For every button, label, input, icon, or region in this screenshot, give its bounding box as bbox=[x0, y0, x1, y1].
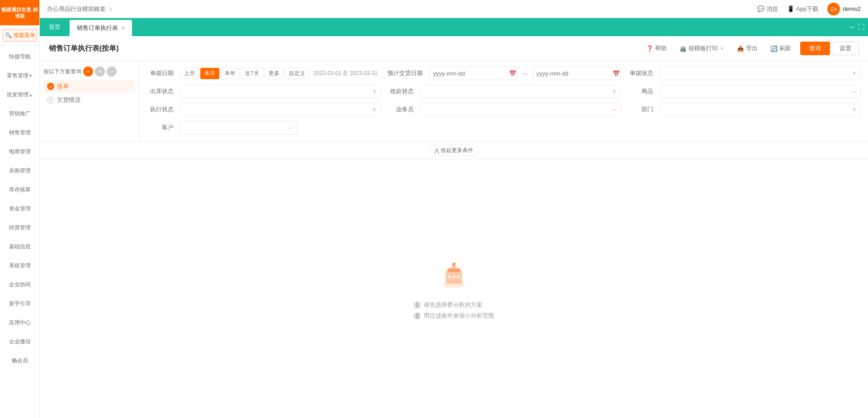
expected-date-label: 预计交货日期 bbox=[387, 69, 423, 77]
breadcrumb: 办公用品行业模拟账套 ∨ bbox=[47, 5, 750, 13]
empty-tip-1: 1 请先选择要分析的方案 bbox=[414, 301, 494, 309]
goods-input[interactable] bbox=[664, 88, 848, 95]
sidebar-item-label: 电商管理 bbox=[9, 148, 31, 156]
dept-select[interactable]: ▼ bbox=[660, 103, 861, 116]
sidebar-item-lingshou[interactable]: 零售管理 ▼ bbox=[0, 66, 39, 85]
filter-plan-item-andan[interactable]: ✓ 按单 bbox=[43, 80, 135, 93]
refresh-button[interactable]: 🔄 刷新 bbox=[767, 43, 795, 54]
expected-date-end[interactable]: 📅 bbox=[533, 66, 621, 80]
date-btn-custom[interactable]: 自定义 bbox=[285, 68, 309, 79]
goods-input-wrap[interactable]: ··· bbox=[660, 85, 861, 98]
sidebar-item-pifa[interactable]: 批发管理 ▲ bbox=[0, 86, 39, 104]
sidebar-item-qiyeweixin[interactable]: 企业微信 bbox=[0, 332, 39, 351]
tab-home[interactable]: 首页 bbox=[40, 18, 70, 36]
sidebar-item-label: 经营管理 bbox=[9, 224, 31, 232]
download-icon: 📱 bbox=[787, 5, 794, 12]
filter-row-1: 单据日期 上月 本月 本年 近7天 更多 自定义 2023-03-01 至 20… bbox=[146, 66, 861, 80]
salesman-more-icon[interactable]: ··· bbox=[612, 106, 617, 113]
filter-exec-status-group: 执行状态 ▼ bbox=[146, 103, 381, 116]
collapse-label: 收起更多条件 bbox=[441, 147, 473, 154]
empty-tip-1-text: 请先选择要分析的方案 bbox=[424, 301, 482, 309]
filter-out-status-group: 出库状态 ▼ bbox=[146, 85, 381, 98]
sidebar-item-yingyong[interactable]: 应用中心 bbox=[0, 314, 39, 332]
tab-minimize-icon[interactable]: ─ bbox=[850, 24, 854, 31]
filter-plan-title-text: 按以下方案查询 bbox=[43, 68, 81, 76]
page-header-actions: ❓ 帮助 🖨️ 按模板打印 ▼ 📤 导出 🔄 刷新 查询 bbox=[642, 42, 859, 55]
exec-status-select[interactable]: ▼ bbox=[180, 103, 381, 116]
filter-left-panel: 按以下方案查询 + ✎ « ✓ 按单 ⏱ 欠货情况 bbox=[40, 61, 139, 142]
export-icon: 📤 bbox=[737, 45, 744, 52]
refresh-label: 刷新 bbox=[779, 44, 791, 52]
sidebar-item-label: 新手引导 bbox=[9, 300, 31, 308]
add-plan-button[interactable]: + bbox=[83, 66, 93, 76]
date-btn-more[interactable]: 更多 bbox=[264, 68, 283, 79]
tabbar: 首页 销售订单执行表 × ─ ⛶ bbox=[40, 18, 868, 36]
status-select[interactable]: ▼ bbox=[660, 66, 861, 80]
salesman-input-wrap[interactable]: ··· bbox=[420, 103, 621, 116]
customer-input-wrap[interactable]: ··· bbox=[180, 121, 297, 134]
sidebar-item-xinshou[interactable]: 新手引导 bbox=[0, 294, 39, 313]
customer-more-icon[interactable]: ··· bbox=[288, 124, 293, 131]
setup-button[interactable]: 设置 bbox=[832, 42, 859, 55]
expected-date-start[interactable]: 📅 bbox=[429, 66, 518, 80]
collect-status-input[interactable] bbox=[424, 88, 612, 95]
out-status-select[interactable]: ▼ bbox=[180, 85, 381, 98]
tab-active[interactable]: 销售订单执行表 × bbox=[70, 20, 132, 36]
app-download-button[interactable]: 📱 App下载 bbox=[787, 5, 818, 13]
filter-plan-item-label: 欠货情况 bbox=[57, 96, 80, 104]
exec-status-input[interactable] bbox=[184, 106, 372, 113]
expected-date-start-input[interactable] bbox=[433, 70, 509, 77]
status-select-input[interactable] bbox=[664, 70, 852, 77]
sidebar-item-label: 销售管理 bbox=[9, 129, 31, 137]
sidebar-item-kucun[interactable]: 库存核算 bbox=[0, 180, 39, 199]
tab-home-label: 首页 bbox=[49, 23, 61, 31]
sidebar-item-yingxiao[interactable]: 营销推广 bbox=[0, 104, 39, 123]
sidebar-item-dianshang[interactable]: 电商管理 bbox=[0, 142, 39, 161]
date-btn-this-month[interactable]: 本月 bbox=[200, 68, 219, 79]
topbar: 办公用品行业模拟账套 ∨ 💬 消息 📱 App下载 Ea demo2 bbox=[40, 0, 868, 18]
sidebar: 畅捷通好生意 标准版 🔍 搜索菜单 快捷导航 零售管理 ▼ 批发管理 ▲ 营销推… bbox=[0, 0, 40, 418]
sidebar-item-qiye[interactable]: 企业协同 bbox=[0, 276, 39, 294]
collapse-button[interactable]: ⋀ 收起更多条件 bbox=[429, 145, 479, 156]
tab-maximize-icon[interactable]: ⛶ bbox=[858, 24, 864, 31]
goods-more-icon[interactable]: ··· bbox=[851, 88, 857, 95]
collect-status-select[interactable]: ▼ bbox=[420, 85, 621, 98]
expected-date-end-input[interactable] bbox=[537, 70, 613, 77]
sidebar-item-xiaoshou[interactable]: 销售管理 bbox=[0, 124, 39, 142]
sidebar-item-zijin[interactable]: 资金管理 bbox=[0, 200, 39, 218]
date-btn-last-month[interactable]: 上月 bbox=[180, 68, 199, 79]
date-btn-last7[interactable]: 近7天 bbox=[241, 68, 263, 79]
collapse-plan-button[interactable]: « bbox=[107, 66, 117, 76]
date-btn-this-year[interactable]: 本年 bbox=[221, 68, 240, 79]
sidebar-item-xitong[interactable]: 系统管理 bbox=[0, 256, 39, 275]
search-menu-button[interactable]: 🔍 搜索菜单 bbox=[3, 29, 37, 42]
exec-status-label: 执行状态 bbox=[146, 105, 174, 114]
collapse-icon: ⋀ bbox=[434, 147, 439, 154]
sidebar-item-huiyuan[interactable]: 畅会员 bbox=[0, 352, 39, 370]
svg-point-8 bbox=[457, 276, 460, 278]
sidebar-item-kuaijie[interactable]: 快捷导航 bbox=[0, 48, 39, 66]
filter-area: 按以下方案查询 + ✎ « ✓ 按单 ⏱ 欠货情况 bbox=[40, 61, 868, 142]
tab-close-icon[interactable]: × bbox=[122, 25, 125, 31]
help-button[interactable]: ❓ 帮助 bbox=[642, 43, 670, 54]
out-status-input[interactable] bbox=[184, 88, 372, 95]
filter-row-2: 出库状态 ▼ 收款状态 ▼ 商品 bbox=[146, 85, 861, 98]
sidebar-item-label: 应用中心 bbox=[9, 319, 31, 327]
dept-select-input[interactable] bbox=[664, 106, 852, 113]
customer-input[interactable] bbox=[184, 124, 284, 131]
message-button[interactable]: 💬 消息 bbox=[757, 5, 778, 13]
sidebar-item-label: 系统管理 bbox=[9, 262, 31, 270]
query-button[interactable]: 查询 bbox=[800, 42, 830, 55]
page-content: 销售订单执行表(按单) ❓ 帮助 🖨️ 按模板打印 ▼ 📤 导出 🔄 刷新 bbox=[40, 36, 868, 418]
print-button[interactable]: 🖨️ 按模板打印 ▼ bbox=[676, 43, 728, 54]
sidebar-item-jingying[interactable]: 经营管理 bbox=[0, 218, 39, 237]
out-status-label: 出库状态 bbox=[146, 87, 174, 95]
filter-status-group: 单据状态 ▼ bbox=[626, 66, 861, 80]
sidebar-item-caigou[interactable]: 采购管理 bbox=[0, 162, 39, 180]
filter-plan-item-qiankuan[interactable]: ⏱ 欠货情况 bbox=[43, 94, 135, 106]
export-button[interactable]: 📤 导出 bbox=[733, 43, 761, 54]
salesman-input[interactable] bbox=[424, 106, 608, 113]
status-label: 单据状态 bbox=[626, 69, 653, 77]
sidebar-item-jichu[interactable]: 基础信息 bbox=[0, 238, 39, 256]
edit-plan-button[interactable]: ✎ bbox=[95, 66, 105, 76]
